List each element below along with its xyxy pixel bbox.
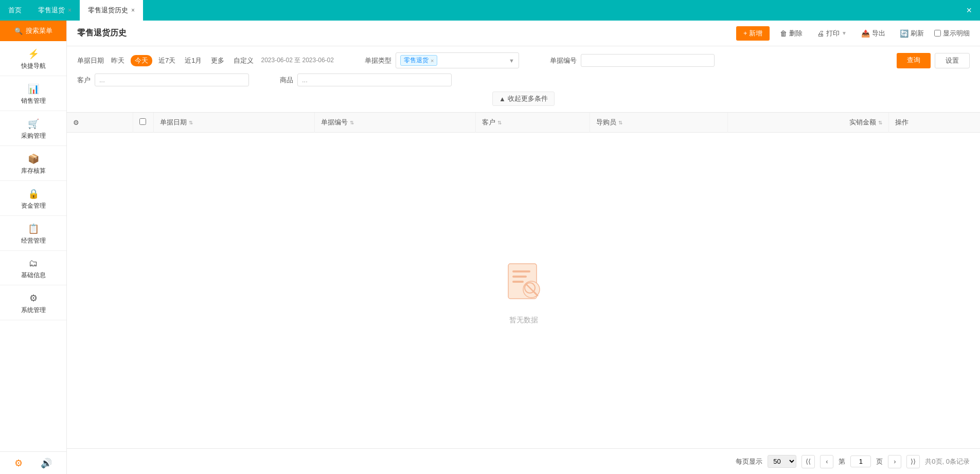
- date-filter-options: 昨天 今天 近7天 近1月 更多 自定义: [108, 55, 257, 66]
- doc-no-sort-icon: ⇅: [350, 120, 354, 125]
- query-button[interactable]: 查询: [897, 53, 931, 68]
- settings-button[interactable]: 设置: [935, 53, 970, 68]
- sidebar-item-inventory[interactable]: 📦 库存核算: [0, 146, 66, 181]
- th-doc-date[interactable]: 单据日期 ⇅: [153, 113, 314, 133]
- display-detail-toggle[interactable]: 显示明细: [934, 29, 970, 38]
- date-option-today[interactable]: 今天: [131, 55, 152, 66]
- date-filter-label: 单据日期: [77, 56, 104, 65]
- sidebar-item-basic-info[interactable]: 🗂 基础信息: [0, 251, 66, 285]
- tab-retail-return-history-close[interactable]: ×: [131, 7, 135, 14]
- total-info: 共0页, 0条记录: [925, 457, 970, 466]
- tab-retail-return-history[interactable]: 零售退货历史 ×: [80, 0, 143, 21]
- sidebar-item-system-mgmt-label: 系统管理: [21, 306, 46, 315]
- content-area: 零售退货历史 + 新增 🗑 删除 🖨 打印 ▼ 📤 导出: [67, 21, 980, 474]
- main-layout: 🔍 搜索菜单 ⚡ 快捷导航 📊 销售管理 🛒 采购管理 📦 库存核算 🔒: [0, 21, 980, 474]
- date-option-1month[interactable]: 近1月: [182, 55, 205, 66]
- new-button[interactable]: + 新增: [736, 26, 770, 41]
- doc-type-label: 单据类型: [365, 56, 391, 65]
- th-customer-label: 客户: [482, 118, 495, 127]
- print-dropdown-icon: ▼: [842, 30, 847, 36]
- th-guide[interactable]: 导购员 ⇅: [590, 113, 727, 133]
- window-close-button[interactable]: ×: [958, 5, 980, 16]
- th-doc-no[interactable]: 单据编号 ⇅: [315, 113, 476, 133]
- delete-icon: 🗑: [780, 29, 787, 38]
- doc-type-tag-close[interactable]: ×: [431, 58, 434, 64]
- date-option-more[interactable]: 更多: [208, 55, 227, 66]
- sidebar-item-basic-info-label: 基础信息: [21, 271, 46, 280]
- table-head: ⚙ 单据日期 ⇅ 单据编号: [67, 113, 980, 133]
- sidebar-item-operations-label: 经营管理: [21, 236, 46, 245]
- th-actual-amount-sort[interactable]: 实销金额 ⇅: [734, 118, 882, 127]
- th-customer-sort[interactable]: 客户 ⇅: [482, 118, 583, 127]
- doc-type-select[interactable]: 零售退货 × ▼: [396, 52, 519, 68]
- customer-sort-icon: ⇅: [497, 120, 502, 125]
- sidebar-item-operations[interactable]: 📋 经营管理: [0, 216, 66, 251]
- page-unit: 页: [876, 457, 883, 466]
- sales-mgmt-icon: 📊: [28, 83, 39, 95]
- goods-select[interactable]: ...: [297, 74, 452, 86]
- customer-label: 客户: [77, 76, 91, 85]
- th-guide-label: 导购员: [596, 118, 616, 127]
- doc-no-input[interactable]: [581, 54, 715, 67]
- date-option-custom[interactable]: 自定义: [230, 55, 257, 66]
- th-actual-amount[interactable]: 实销金额 ⇅: [727, 113, 888, 133]
- customer-select[interactable]: ...: [95, 74, 249, 86]
- page-size-select[interactable]: 20 50 100: [768, 455, 796, 468]
- page-number-input[interactable]: [850, 455, 871, 467]
- delete-button[interactable]: 🗑 删除: [776, 27, 807, 40]
- settings-icon[interactable]: ⚙: [73, 119, 79, 126]
- th-doc-no-sort[interactable]: 单据编号 ⇅: [321, 118, 469, 127]
- th-settings[interactable]: ⚙: [67, 113, 133, 133]
- system-mgmt-icon: ⚙: [29, 293, 38, 304]
- tab-home[interactable]: 首页: [0, 0, 30, 21]
- collapse-button[interactable]: ▲ 收起更多条件: [492, 92, 555, 106]
- th-doc-date-sort[interactable]: 单据日期 ⇅: [160, 118, 308, 127]
- customer-filter-item: 客户 ...: [77, 74, 249, 86]
- date-option-7days[interactable]: 近7天: [155, 55, 179, 66]
- sidebar-item-quick-nav[interactable]: ⚡ 快捷导航: [0, 41, 66, 76]
- doc-type-tag: 零售退货 ×: [400, 55, 437, 66]
- first-page-button[interactable]: ⟨⟨: [801, 455, 815, 468]
- print-button[interactable]: 🖨 打印 ▼: [813, 27, 851, 40]
- th-customer[interactable]: 客户 ⇅: [476, 113, 590, 133]
- filter-area: 单据日期 昨天 今天 近7天 近1月 更多 自定义 2023-06-02 至 2…: [67, 46, 980, 113]
- settings-bottom-icon[interactable]: ⚙: [14, 458, 23, 469]
- tab-retail-return-label: 零售退货: [38, 6, 65, 15]
- th-actual-amount-label: 实销金额: [849, 118, 876, 127]
- doc-no-label: 单据编号: [550, 56, 577, 65]
- export-button[interactable]: 📤 导出: [857, 27, 889, 40]
- volume-bottom-icon[interactable]: 🔊: [41, 458, 52, 469]
- action-buttons: 查询 设置: [897, 53, 970, 68]
- sidebar-item-purchase-mgmt-label: 采购管理: [21, 132, 46, 140]
- tab-retail-return[interactable]: 零售退货 ×: [30, 0, 80, 21]
- sidebar-item-sales-mgmt[interactable]: 📊 销售管理: [0, 76, 66, 111]
- sidebar-item-purchase-mgmt[interactable]: 🛒 采购管理: [0, 111, 66, 146]
- prev-page-button[interactable]: ‹: [820, 455, 833, 468]
- select-all-checkbox[interactable]: [139, 118, 146, 125]
- svg-rect-2: [512, 276, 527, 278]
- sidebar-search[interactable]: 🔍 搜索菜单: [0, 21, 66, 41]
- th-guide-sort[interactable]: 导购员 ⇅: [596, 118, 721, 127]
- pagination-bar: 每页显示 20 50 100 ⟨⟨ ‹ 第 页 › ⟩⟩ 共0页, 0条记录: [67, 448, 980, 474]
- next-page-button[interactable]: ›: [888, 455, 901, 468]
- collapse-button-label: 收起更多条件: [508, 94, 548, 103]
- date-option-yesterday[interactable]: 昨天: [108, 55, 128, 66]
- tab-retail-return-history-label: 零售退货历史: [88, 6, 128, 15]
- doc-type-select-arrow: ▼: [509, 58, 514, 64]
- svg-rect-1: [512, 270, 530, 272]
- last-page-button[interactable]: ⟩⟩: [906, 455, 920, 468]
- page-label: 第: [839, 457, 845, 466]
- refresh-button[interactable]: 🔄 刷新: [896, 27, 928, 40]
- date-filter-item: 单据日期 昨天 今天 近7天 近1月 更多 自定义 2023-06-02 至 2…: [77, 55, 334, 66]
- basic-info-icon: 🗂: [29, 258, 38, 269]
- display-detail-label: 显示明细: [943, 29, 970, 38]
- doc-date-sort-icon: ⇅: [189, 120, 193, 125]
- svg-rect-3: [512, 281, 524, 283]
- nav-tabs: 首页 零售退货 × 零售退货历史 ×: [0, 0, 958, 21]
- th-checkbox[interactable]: [133, 113, 153, 133]
- sidebar-item-finance[interactable]: 🔒 资金管理: [0, 181, 66, 216]
- tab-retail-return-close[interactable]: ×: [68, 7, 72, 14]
- sidebar-item-system-mgmt[interactable]: ⚙ 系统管理: [0, 285, 66, 320]
- display-detail-checkbox[interactable]: [934, 30, 941, 37]
- finance-icon: 🔒: [28, 188, 39, 199]
